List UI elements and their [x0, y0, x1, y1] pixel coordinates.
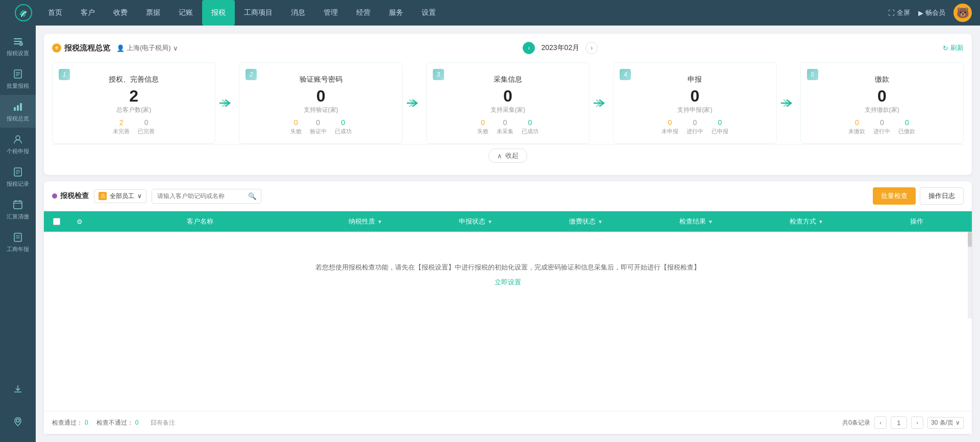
nav-client[interactable]: 客户: [71, 0, 104, 26]
plus-icon: +: [52, 43, 61, 53]
svg-rect-11: [14, 107, 16, 111]
location-icon: [12, 415, 24, 428]
tax-settings-icon: [12, 35, 24, 47]
nav-tax[interactable]: 报税: [202, 0, 235, 26]
collapse-button[interactable]: ∧ 收起: [488, 149, 527, 163]
step-3-stat-1-label: 未采集: [497, 128, 513, 135]
nav-message[interactable]: 消息: [282, 0, 314, 26]
sidebar-item-personal-tax[interactable]: 个税申报: [0, 128, 36, 160]
overview-header: + 报税流程总览 👤 上海(电子税局) ∨ ‹ 2023年02月 › ↻ 刷新: [52, 42, 964, 54]
sidebar-item-tax-settings[interactable]: 报税设置: [0, 30, 36, 62]
table-wrapper: ⚙ 客户名称 纳税性质 ▼ 申报状态 ▼ 缴费状态 ▼: [44, 211, 972, 411]
nav-settings[interactable]: 设置: [412, 0, 445, 26]
logo-icon: [14, 4, 33, 22]
nav-operation[interactable]: 经营: [347, 0, 380, 26]
sidebar-item-business-annual[interactable]: 工商年报: [0, 226, 36, 258]
nav-home[interactable]: 首页: [39, 0, 71, 26]
scrollbar[interactable]: [968, 232, 972, 318]
step-2-stat-2-val: 0: [341, 118, 345, 127]
search-button[interactable]: 🔍: [244, 189, 261, 203]
step-5-count: 0: [877, 86, 887, 106]
nav-business[interactable]: 工商项目: [235, 0, 282, 26]
nav-accounting[interactable]: 记账: [169, 0, 202, 26]
step-4-stat-2-label: 已申报: [712, 128, 728, 135]
step-4-stat-0: 0 未申报: [662, 118, 678, 135]
employee-filter-dropdown[interactable]: 员 全部员工 ∨: [94, 189, 146, 203]
employee-filter-label: 全部员工: [110, 192, 134, 201]
step-2-stats: 0 失败 0 验证中 0 已成功: [290, 118, 352, 135]
sidebar-item-annual-settlement[interactable]: 汇算清缴: [0, 193, 36, 226]
batch-check-button[interactable]: 批量检查: [873, 187, 916, 205]
step-2-sub: 支持验证(家): [304, 106, 338, 114]
nav-service[interactable]: 服务: [380, 0, 412, 26]
sidebar-item-location[interactable]: [0, 405, 36, 438]
setup-link[interactable]: 立即设置: [495, 277, 521, 288]
tax-check-title-text: 报税检查: [60, 191, 89, 201]
header-checkbox[interactable]: [53, 218, 60, 225]
per-page-selector[interactable]: 30 条/页 ∨: [927, 417, 964, 429]
sidebar-item-label: 汇算清缴: [7, 213, 29, 220]
sidebar-item-download[interactable]: [0, 373, 36, 405]
filter-icon-3[interactable]: ▼: [598, 219, 603, 225]
step-1-stat-1: 0 已完善: [138, 118, 155, 135]
step-3-title: 采集信息: [494, 75, 522, 84]
chevron-down-icon: ∨: [173, 44, 178, 52]
step-4-stat-1: 0 进行中: [687, 118, 703, 135]
step-3-stats: 0 失败 0 未采集 0 已成功: [477, 118, 538, 135]
arrow-3: [590, 62, 613, 144]
step-4-stat-0-val: 0: [668, 118, 672, 127]
refresh-button[interactable]: ↻ 刷新: [943, 43, 964, 53]
step-5-stat-0-val: 0: [855, 118, 859, 127]
nav-invoice[interactable]: 票据: [137, 0, 169, 26]
refresh-label: 刷新: [950, 43, 964, 53]
next-month-button[interactable]: ›: [585, 42, 598, 54]
download-icon: [12, 383, 24, 395]
sidebar-item-batch-tax[interactable]: 批量报税: [0, 62, 36, 95]
step-2-stat-0: 0 失败: [290, 118, 302, 135]
empty-message: 若您想使用报税检查功能，请先在【报税设置】中进行报税的初始化设置，完成密码验证和…: [44, 232, 972, 318]
step-4-stat-1-val: 0: [693, 118, 697, 127]
step-1-count: 2: [129, 86, 138, 106]
step-3-stat-0-label: 失败: [477, 128, 488, 135]
step-3-stat-1-val: 0: [503, 118, 507, 127]
step-1-stat-0: 2 未完善: [113, 118, 130, 135]
filter-icon-1[interactable]: ▼: [377, 219, 382, 225]
step-1-sub: 总客户数(家): [116, 106, 151, 114]
step-5-stat-1-val: 0: [880, 118, 884, 127]
nav-fee[interactable]: 收费: [104, 0, 137, 26]
location-tag[interactable]: 👤 上海(电子税局) ∨: [116, 43, 178, 53]
step-3-stat-2-val: 0: [528, 118, 532, 127]
check-fail-val[interactable]: 0: [135, 419, 139, 426]
next-page-button[interactable]: ›: [911, 416, 923, 429]
th-pay-status: 缴费状态 ▼: [531, 217, 641, 226]
filter-icon-5[interactable]: ▼: [818, 219, 823, 225]
filter-icon-2[interactable]: ▼: [487, 219, 493, 225]
fullscreen-button[interactable]: ⛶ 全屏: [888, 8, 910, 17]
filter-icon-4[interactable]: ▼: [708, 219, 713, 225]
check-pass-val[interactable]: 0: [85, 419, 88, 426]
member-button[interactable]: ▶ 畅会员: [918, 8, 945, 17]
fullscreen-label: 全屏: [897, 8, 910, 17]
prev-month-button[interactable]: ‹: [523, 42, 535, 54]
svg-rect-3: [14, 43, 19, 44]
operation-log-button[interactable]: 操作日志: [920, 187, 964, 205]
nav-items: 首页 客户 收费 票据 记账 报税 工商项目 消息 管理 经营 服务 设置: [39, 0, 888, 26]
prev-page-button[interactable]: ‹: [874, 416, 887, 429]
step-4-count: 0: [691, 86, 700, 106]
logo: [8, 4, 39, 22]
table-footer: 检查通过： 0 检查不通过： 0 囧有备注 共0条记录 ‹ 1 › 30 条/页: [44, 411, 972, 434]
arrow-1: [215, 62, 239, 144]
sidebar-item-tax-overview[interactable]: 报税总览: [0, 95, 36, 128]
check-pass-stat: 检查通过： 0: [52, 419, 88, 427]
purple-dot-icon: [52, 193, 57, 199]
gear-icon[interactable]: ⚙: [77, 218, 83, 226]
sidebar-item-tax-record[interactable]: 报税记录: [0, 160, 36, 193]
check-pass-label: 检查通过：: [52, 419, 83, 427]
search-input[interactable]: [152, 189, 244, 203]
steps-row: 1 授权、完善信息 2 总客户数(家) 2 未完善 0 已完善: [52, 62, 964, 144]
tax-overview-icon: [12, 101, 24, 113]
step-3-stat-2: 0 已成功: [522, 118, 538, 135]
nav-manage[interactable]: 管理: [314, 0, 347, 26]
step-4-stat-2-val: 0: [718, 118, 722, 127]
th-check-method: 检查方式 ▼: [751, 217, 862, 226]
